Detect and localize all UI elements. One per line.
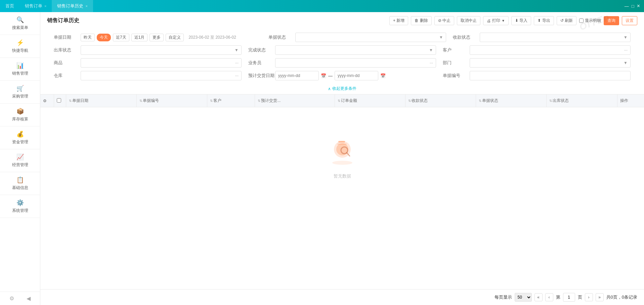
date-today[interactable]: 今天 bbox=[97, 34, 111, 41]
th-date[interactable]: ⇅单据日期 bbox=[66, 94, 136, 107]
page-input[interactable] bbox=[563, 293, 575, 302]
expected-date-filter: 📅 — 📅 bbox=[275, 71, 436, 80]
top-tab-sales-order[interactable]: 销售订单× bbox=[19, 0, 52, 12]
salesperson-select[interactable]: ··· bbox=[275, 58, 436, 68]
sidebar-icon-system: ⚙️ bbox=[16, 199, 24, 206]
new-button[interactable]: + 新增 bbox=[389, 16, 408, 25]
import-button[interactable]: ⬇ 导入 bbox=[511, 16, 531, 25]
main-layout: 🔍搜索菜单⚡快捷导航📊销售管理🛒采购管理📦库存核算💰资金管理📈经营管理📋基础信息… bbox=[0, 12, 644, 305]
goods-label: 商品 bbox=[54, 60, 81, 66]
prev-page-button[interactable]: ‹ bbox=[545, 293, 553, 301]
expected-date-from[interactable] bbox=[275, 71, 319, 80]
th-payment-status[interactable]: ⇅收款状态 bbox=[405, 94, 476, 107]
collapse-row[interactable]: ∧ 收起更多条件 bbox=[54, 84, 631, 94]
date-yesterday[interactable]: 昨天 bbox=[81, 34, 95, 41]
sidebar-item-finance[interactable]: 💰资金管理 bbox=[0, 126, 40, 149]
collapse-icon: ∧ bbox=[328, 86, 331, 91]
out-status-select[interactable]: ▼ bbox=[81, 45, 242, 55]
payment-status-label: 收款状态 bbox=[453, 34, 480, 40]
th-out-status[interactable]: ⇅出库状态 bbox=[547, 94, 617, 107]
sidebar-item-sales-mgmt[interactable]: 📊销售管理 bbox=[0, 58, 40, 81]
next-page-button[interactable]: › bbox=[585, 293, 593, 301]
print-chevron: ▼ bbox=[502, 19, 505, 23]
date-more[interactable]: 更多 bbox=[149, 34, 164, 41]
window-controls: — □ × bbox=[625, 3, 644, 9]
th-customer[interactable]: ⇅客户 bbox=[207, 94, 255, 107]
sidebar: 🔍搜索菜单⚡快捷导航📊销售管理🛒采购管理📦库存核算💰资金管理📈经营管理📋基础信息… bbox=[0, 12, 40, 305]
sidebar-label-finance: 资金管理 bbox=[12, 139, 28, 145]
out-status-filter: ▼ bbox=[81, 45, 242, 55]
select-all-checkbox[interactable] bbox=[57, 98, 61, 103]
settings-button[interactable]: 设置 bbox=[622, 16, 637, 25]
warehouse-filter: ··· bbox=[81, 71, 242, 80]
sidebar-icon-basic-info: 📋 bbox=[16, 176, 24, 184]
salesperson-filter: ··· bbox=[275, 58, 436, 68]
sidebar-item-operation[interactable]: 📈经营管理 bbox=[0, 149, 40, 172]
data-table: ⚙ ⇅单据日期 ⇅单据编号 ⇅客户 ⇅预计交货... ⇅订单金额 ⇅收款状态 ⇅… bbox=[40, 94, 644, 107]
date-1month[interactable]: 近1月 bbox=[131, 34, 148, 41]
th-checkbox[interactable] bbox=[54, 94, 66, 107]
th-number[interactable]: ⇅单据编号 bbox=[136, 94, 207, 107]
th-order-amount[interactable]: ⇅订单金额 bbox=[335, 94, 405, 107]
order-status-select[interactable]: ▼ bbox=[295, 33, 446, 42]
order-status-chevron: ▼ bbox=[439, 35, 443, 40]
close-window-icon[interactable]: × bbox=[637, 3, 640, 9]
th-settings[interactable]: ⚙ bbox=[40, 94, 54, 107]
sidebar-label-system: 系统管理 bbox=[12, 208, 28, 214]
complete-status-label: 完成状态 bbox=[248, 47, 275, 53]
sidebar-icon-search-menu: 🔍 bbox=[16, 16, 24, 24]
sidebar-collapse-icon[interactable]: ◀ bbox=[27, 295, 31, 302]
show-detail-text: 显示明细 bbox=[585, 18, 601, 24]
sidebar-icon-purchase-mgmt: 🛒 bbox=[16, 85, 24, 92]
sidebar-settings-icon[interactable]: ⚙ bbox=[9, 295, 14, 302]
page-title: 销售订单历史 bbox=[47, 17, 79, 24]
th-order-status[interactable]: ⇅单据状态 bbox=[476, 94, 547, 107]
close-tab-sales-order-history[interactable]: × bbox=[85, 4, 87, 8]
top-tab-home[interactable]: 首页 bbox=[0, 0, 19, 12]
sidebar-item-inventory[interactable]: 📦库存核算 bbox=[0, 104, 40, 126]
last-page-button[interactable]: » bbox=[596, 293, 604, 301]
sidebar-item-system[interactable]: ⚙️系统管理 bbox=[0, 195, 40, 218]
expected-date-to[interactable] bbox=[335, 71, 378, 80]
show-detail-label[interactable]: 显示明细 bbox=[579, 18, 601, 24]
sidebar-bottom: ⚙ ◀ bbox=[0, 292, 40, 305]
print-button[interactable]: 🖨 打印 ▼ bbox=[483, 16, 509, 25]
date-custom[interactable]: 自定义 bbox=[166, 34, 184, 41]
maximize-icon[interactable]: □ bbox=[632, 4, 634, 9]
sidebar-item-basic-info[interactable]: 📋基础信息 bbox=[0, 172, 40, 195]
th-expected-date[interactable]: ⇅预计交货... bbox=[255, 94, 335, 107]
sidebar-item-purchase-mgmt[interactable]: 🛒采购管理 bbox=[0, 81, 40, 104]
top-tab-sales-order-history[interactable]: 销售订单历史× bbox=[52, 0, 93, 12]
page-title-row: 销售订单历史 + 新增 🗑 删除 ⊘ 中止 取消中止 🖨 打印 ▼ ⬇ 导入 ⬆… bbox=[47, 16, 637, 25]
show-detail-checkbox[interactable] bbox=[579, 18, 584, 23]
first-page-button[interactable]: « bbox=[534, 293, 543, 301]
calendar-icon-from[interactable]: 📅 bbox=[321, 73, 326, 78]
dept-select[interactable]: ▼ bbox=[470, 58, 631, 68]
customer-select[interactable]: ··· bbox=[470, 45, 631, 55]
calendar-icon-to[interactable]: 📅 bbox=[380, 73, 386, 78]
export-button[interactable]: ⬆ 导出 bbox=[534, 16, 554, 25]
order-number-input[interactable] bbox=[470, 71, 631, 80]
cancel-stop-button[interactable]: 取消中止 bbox=[457, 16, 480, 25]
table-container: ⚙ ⇅单据日期 ⇅单据编号 ⇅客户 ⇅预计交货... ⇅订单金额 ⇅收款状态 ⇅… bbox=[40, 94, 644, 289]
close-tab-sales-order[interactable]: × bbox=[44, 4, 46, 8]
warehouse-label: 仓库 bbox=[54, 73, 81, 79]
per-page-select[interactable]: 50 10 20 100 bbox=[515, 293, 532, 302]
customer-filter: ··· bbox=[470, 45, 631, 55]
complete-status-select[interactable]: ▼ bbox=[275, 45, 436, 55]
payment-status-select[interactable]: ▼ bbox=[480, 33, 631, 42]
goods-filter: ··· bbox=[81, 58, 242, 68]
sidebar-item-quick-nav[interactable]: ⚡快捷导航 bbox=[0, 35, 40, 58]
stop-button[interactable]: ⊘ 中止 bbox=[434, 16, 454, 25]
table-footer: 每页显示 50 10 20 100 « ‹ 第 页 › » 共0页，0条记录 bbox=[40, 289, 644, 305]
warehouse-select[interactable]: ··· bbox=[81, 71, 242, 80]
sidebar-icon-inventory: 📦 bbox=[16, 108, 24, 115]
page-suffix: 页 bbox=[578, 294, 582, 300]
minimize-icon[interactable]: — bbox=[625, 4, 629, 9]
refresh-button[interactable]: ↺ 刷新 bbox=[557, 16, 576, 25]
sidebar-item-search-menu[interactable]: 🔍搜索菜单 bbox=[0, 12, 40, 35]
goods-select[interactable]: ··· bbox=[81, 58, 242, 68]
date-7days[interactable]: 近7天 bbox=[113, 34, 129, 41]
query-button[interactable]: 查询 bbox=[604, 16, 619, 25]
delete-button[interactable]: 🗑 删除 bbox=[411, 16, 431, 25]
